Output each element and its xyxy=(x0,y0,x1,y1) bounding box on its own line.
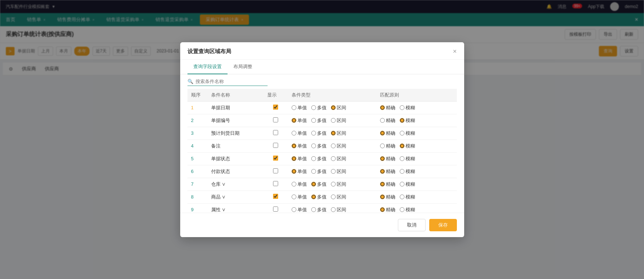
tab-layout[interactable]: 布局调整 xyxy=(228,60,258,74)
modal-tabs: 查询字段设置 布局调整 xyxy=(180,60,464,74)
modal-search-area: 🔍 xyxy=(180,74,464,79)
modal-close-button[interactable]: × xyxy=(453,48,457,55)
modal-overlay: 设置查询区域布局 × 查询字段设置 布局调整 🔍 顺序 条件名称 xyxy=(0,0,644,78)
modal-title: 设置查询区域布局 xyxy=(187,48,231,55)
settings-modal: 设置查询区域布局 × 查询字段设置 布局调整 🔍 顺序 条件名称 xyxy=(180,42,464,79)
modal-header: 设置查询区域布局 × xyxy=(180,42,464,60)
tab-query-fields[interactable]: 查询字段设置 xyxy=(187,60,228,74)
